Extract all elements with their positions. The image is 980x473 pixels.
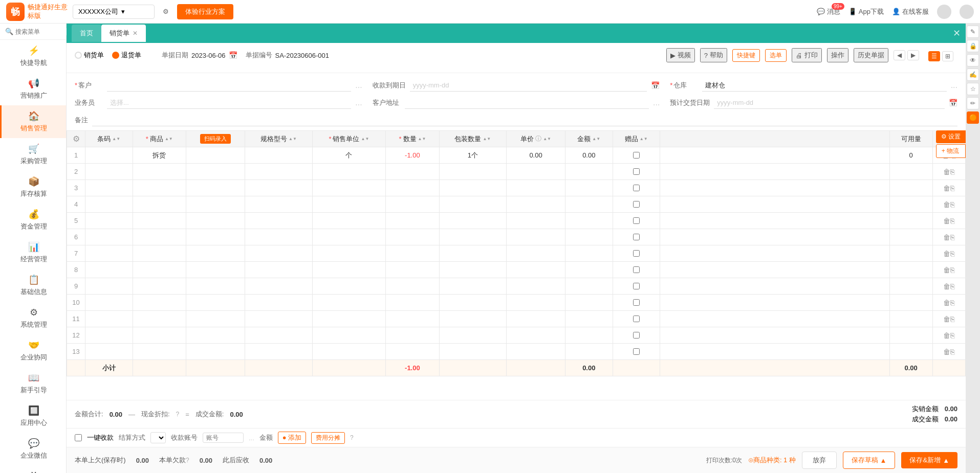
warehouse-dots[interactable]: ... bbox=[951, 81, 957, 90]
sidebar-item-purchase[interactable]: 🛒 采购管理 bbox=[0, 138, 66, 171]
right-btn-2[interactable]: 🔒 bbox=[967, 40, 979, 52]
customer-input[interactable] bbox=[107, 79, 351, 92]
sidebar-item-apps[interactable]: 🔲 应用中心 bbox=[0, 400, 66, 433]
sidebar-item-finance[interactable]: 💰 资金管理 bbox=[0, 204, 66, 236]
user-avatar2[interactable] bbox=[960, 5, 974, 19]
delete-icon-11[interactable]: 🗑 bbox=[943, 315, 950, 323]
sidebar-item-marketing[interactable]: 📢 营销推广 bbox=[0, 73, 66, 105]
app-download-button[interactable]: 📱 App下载 bbox=[848, 7, 884, 16]
delete-icon-10[interactable]: 🗑 bbox=[943, 299, 950, 307]
gift-checkbox-8[interactable] bbox=[633, 266, 640, 273]
salesperson-input[interactable] bbox=[107, 97, 351, 109]
account-input[interactable] bbox=[203, 433, 244, 443]
copy-icon-3[interactable]: ⎘ bbox=[950, 184, 954, 192]
gift-checkbox-5[interactable] bbox=[633, 217, 640, 224]
copy-icon-13[interactable]: ⎘ bbox=[950, 348, 954, 356]
sidebar-item-enterprise[interactable]: 🤝 企业协同 bbox=[0, 334, 66, 367]
copy-icon-2[interactable]: ⎘ bbox=[950, 168, 954, 176]
right-btn-5[interactable]: ☆ bbox=[967, 83, 979, 95]
price-info-icon[interactable]: ⓘ bbox=[535, 134, 541, 143]
copy-icon-8[interactable]: ⎘ bbox=[950, 266, 954, 274]
copy-icon-6[interactable]: ⎘ bbox=[950, 233, 954, 241]
warehouse-input[interactable] bbox=[702, 79, 946, 92]
right-btn-orange[interactable]: 🟠 bbox=[967, 111, 979, 124]
gift-checkbox-4[interactable] bbox=[633, 201, 640, 208]
gift-checkbox-12[interactable] bbox=[633, 332, 640, 339]
history-button[interactable]: 历史单据 bbox=[854, 48, 888, 62]
gift-checkbox-1[interactable] bbox=[633, 152, 640, 159]
video-button[interactable]: ▶ 视频 bbox=[666, 48, 695, 62]
one-click-payment-checkbox[interactable] bbox=[75, 434, 82, 441]
delete-icon-4[interactable]: 🗑 bbox=[943, 200, 950, 209]
copy-icon-10[interactable]: ⎘ bbox=[950, 299, 954, 307]
scan-button[interactable]: 扫码录入 bbox=[200, 134, 231, 144]
gift-checkbox-2[interactable] bbox=[633, 168, 640, 175]
radio-sales[interactable]: 销货单 bbox=[75, 51, 104, 60]
copy-icon-11[interactable]: ⎘ bbox=[950, 315, 954, 323]
logistics-float-button[interactable]: + 物流 bbox=[936, 144, 966, 158]
sidebar-item-system[interactable]: ⚙ 系统管理 bbox=[0, 302, 66, 334]
copy-icon-12[interactable]: ⎘ bbox=[950, 331, 954, 340]
actions-button[interactable]: 操作 bbox=[827, 48, 848, 62]
company-selector[interactable]: XXXXXX公司 ▾ bbox=[73, 5, 155, 19]
row-price-1[interactable]: 0.00 bbox=[507, 147, 565, 164]
settings-float-button[interactable]: ⚙ 设置 bbox=[936, 130, 966, 143]
gear-icon[interactable]: ⚙ bbox=[73, 134, 80, 143]
delete-icon-2[interactable]: 🗑 bbox=[943, 168, 950, 176]
list-view-button[interactable]: ☰ bbox=[928, 51, 940, 61]
calendar-icon[interactable]: 📅 bbox=[229, 51, 237, 59]
copy-icon-4[interactable]: ⎘ bbox=[950, 200, 954, 209]
expected-date-calendar-icon[interactable]: 📅 bbox=[949, 99, 957, 107]
delete-icon-6[interactable]: 🗑 bbox=[943, 233, 950, 241]
customer-dots[interactable]: ... bbox=[355, 81, 362, 90]
expected-date-input[interactable] bbox=[714, 97, 945, 109]
online-service-button[interactable]: 👤 在线客服 bbox=[892, 7, 929, 16]
copy-icon-5[interactable]: ⎘ bbox=[950, 217, 954, 225]
right-btn-1[interactable]: ✎ bbox=[967, 26, 979, 38]
gift-checkbox-11[interactable] bbox=[633, 316, 640, 322]
right-btn-3[interactable]: 👁 bbox=[967, 54, 979, 66]
tab-sales-order[interactable]: 销货单 ✕ bbox=[101, 25, 146, 42]
sidebar-item-wechat[interactable]: 💬 企业微信 bbox=[0, 433, 66, 465]
payment-due-input[interactable] bbox=[410, 79, 647, 92]
fee-allocation-button[interactable]: 费用分摊 bbox=[311, 432, 345, 444]
row-amount-1[interactable]: 0.00 bbox=[565, 147, 613, 164]
messages-button[interactable]: 💬 消息 99+ bbox=[817, 7, 840, 16]
sidebar-item-inventory[interactable]: 📦 库存核算 bbox=[0, 171, 66, 204]
delete-icon-13[interactable]: 🗑 bbox=[943, 348, 950, 356]
abandon-button[interactable]: 放弃 bbox=[802, 452, 837, 469]
row-unit-1[interactable]: 个 bbox=[312, 147, 385, 164]
notes-input[interactable] bbox=[92, 114, 957, 126]
address-dots[interactable]: ... bbox=[653, 98, 660, 107]
sidebar-item-operations[interactable]: 📊 经营管理 bbox=[0, 236, 66, 269]
help-button[interactable]: ? 帮助 bbox=[700, 48, 727, 62]
copy-icon-9[interactable]: ⎘ bbox=[950, 282, 954, 290]
tab-close-icon[interactable]: ✕ bbox=[133, 30, 138, 37]
payment-calendar-icon[interactable]: 📅 bbox=[651, 81, 660, 89]
right-btn-4[interactable]: ✍ bbox=[967, 69, 979, 81]
window-close-button[interactable]: ✕ bbox=[953, 28, 961, 39]
gift-checkbox-9[interactable] bbox=[633, 283, 640, 289]
radio-return[interactable]: 退货单 bbox=[112, 51, 141, 60]
sidebar-item-quick-nav[interactable]: ⚡ 快捷导航 bbox=[0, 40, 66, 73]
right-btn-6[interactable]: ✏ bbox=[967, 97, 979, 109]
add-payment-button[interactable]: ● 添加 bbox=[278, 432, 306, 444]
delete-icon-3[interactable]: 🗑 bbox=[943, 184, 950, 192]
row-barcode-1[interactable] bbox=[85, 147, 133, 164]
delete-icon-7[interactable]: 🗑 bbox=[943, 250, 950, 258]
save-draft-button[interactable]: 保存草稿 ▲ bbox=[843, 452, 896, 469]
tab-home[interactable]: 首页 bbox=[72, 25, 101, 42]
delete-icon-9[interactable]: 🗑 bbox=[943, 282, 950, 290]
trial-button[interactable]: 体验行业方案 bbox=[177, 4, 233, 19]
user-avatar[interactable] bbox=[937, 5, 951, 19]
sidebar-item-sales[interactable]: 🏠 销售管理 bbox=[0, 105, 66, 138]
sidebar-item-vip[interactable]: V 畅会员 bbox=[0, 465, 66, 473]
account-dots[interactable]: ... bbox=[249, 434, 254, 442]
settings-icon-button[interactable]: ⚙ bbox=[159, 5, 173, 19]
delete-icon-8[interactable]: 🗑 bbox=[943, 266, 950, 274]
owe-info-icon[interactable]: ? bbox=[186, 457, 189, 464]
prev-button[interactable]: ◀ bbox=[894, 50, 905, 60]
delete-icon-5[interactable]: 🗑 bbox=[943, 217, 950, 225]
save-new-button[interactable]: 保存&新增 ▲ bbox=[901, 452, 957, 468]
sidebar-item-basics[interactable]: 📋 基础信息 bbox=[0, 269, 66, 302]
